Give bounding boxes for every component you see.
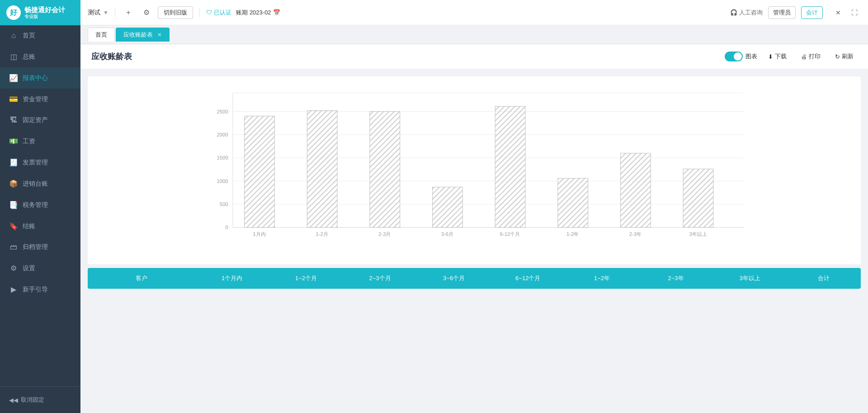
sidebar-item-label: 首页 — [23, 32, 35, 40]
topbar-right: 🎧 人工咨询 管理员 会计 ✕ ⛶ — [730, 6, 861, 19]
sidebar-item-wages[interactable]: 💵 工资 — [0, 131, 80, 152]
svg-text:1500: 1500 — [217, 155, 228, 160]
tab-home[interactable]: 首页 — [88, 28, 115, 42]
main-area: 测试 ▼ + ⚙ 切到旧版 🛡 已认证 账期 2023-02 📅 🎧 人工咨询 … — [80, 0, 868, 413]
page-header: 应收账龄表 图表 ⬇ 下载 🖨 打印 ↻ 刷新 — [80, 44, 868, 69]
th-3-6month: 3~6个月 — [417, 268, 491, 289]
sidebar-item-archive[interactable]: 🗃 归档管理 — [0, 237, 80, 258]
svg-text:3年以上: 3年以上 — [689, 231, 707, 237]
table-header: 客户 1个月内 1~2个月 2~3个月 3~6个月 6~12个月 1~2年 2~… — [88, 268, 861, 289]
tab-close-icon[interactable]: ✕ — [157, 32, 162, 38]
window-controls: ✕ ⛶ — [832, 6, 861, 19]
bar-4 — [433, 187, 463, 227]
svg-text:1-2年: 1-2年 — [566, 231, 579, 237]
content-area: 应收账龄表 图表 ⬇ 下载 🖨 打印 ↻ 刷新 — [80, 44, 868, 413]
project-selector[interactable]: 测试 ▼ — [88, 9, 108, 17]
close-window-button[interactable]: ✕ — [832, 6, 844, 19]
sidebar-item-label: 进销台账 — [23, 180, 48, 188]
page-actions: 图表 ⬇ 下载 🖨 打印 ↻ 刷新 — [725, 51, 857, 62]
print-icon: 🖨 — [801, 53, 807, 60]
sidebar-item-stock[interactable]: 📦 进销台账 — [0, 173, 80, 194]
bar-8 — [683, 169, 713, 227]
sidebar-item-label: 归档管理 — [23, 243, 48, 251]
dropdown-icon: ▼ — [103, 9, 108, 16]
assets-icon: 🏗 — [9, 116, 18, 124]
sidebar-item-label: 结账 — [23, 222, 35, 230]
wages-icon: 💵 — [9, 137, 18, 145]
archive-icon: 🗃 — [9, 243, 18, 251]
add-button[interactable]: + — [122, 6, 135, 19]
plus-icon: + — [126, 9, 130, 17]
chart-toggle-switch[interactable] — [725, 52, 743, 61]
th-1month: 1个月内 — [195, 268, 269, 289]
topbar: 测试 ▼ + ⚙ 切到旧版 🛡 已认证 账期 2023-02 📅 🎧 人工咨询 … — [80, 0, 868, 25]
app-name: 畅捷通好会计 — [24, 6, 65, 14]
svg-text:500: 500 — [220, 202, 228, 207]
shield-icon: 🛡 — [206, 9, 212, 16]
sidebar-item-guide[interactable]: ▶ 新手引导 — [0, 279, 80, 300]
sidebar-item-reports[interactable]: 📈 报表中心 — [0, 67, 80, 89]
bar-1 — [245, 116, 275, 227]
svg-text:2-3月: 2-3月 — [378, 231, 391, 237]
sidebar-item-tax[interactable]: 📑 税务管理 — [0, 194, 80, 216]
bar-chart: 0 500 1000 1500 2000 2500 1月内 1-2月 2-3月 — [95, 84, 854, 255]
th-6-12month: 6~12个月 — [491, 268, 565, 289]
svg-text:3-6月: 3-6月 — [441, 231, 453, 237]
sidebar: 好 畅捷通好会计 专业版 ⌂ 首页 ◫ 总账 📈 报表中心 💳 资金管理 🏗 固… — [0, 0, 80, 413]
tab-aging-report[interactable]: 应收账龄表 ✕ — [116, 28, 170, 42]
calendar-icon[interactable]: 📅 — [273, 9, 280, 16]
download-button[interactable]: ⬇ 下载 — [764, 51, 790, 62]
th-1-2month: 1~2个月 — [269, 268, 343, 289]
switch-version-button[interactable]: 切到旧版 — [158, 6, 193, 19]
th-total: 合计 — [787, 268, 861, 289]
stock-icon: 📦 — [9, 179, 18, 188]
chart-toggle: 图表 — [725, 52, 757, 61]
bar-5 — [495, 106, 525, 227]
sidebar-item-close[interactable]: 🔖 结账 — [0, 216, 80, 237]
consult-label: 人工咨询 — [739, 9, 763, 17]
th-2-3year: 2~3年 — [639, 268, 713, 289]
cancel-fixed-btn[interactable]: ◀◀ 取消固定 — [0, 391, 80, 408]
svg-text:0: 0 — [225, 225, 228, 230]
sidebar-item-invoices[interactable]: 🧾 发票管理 — [0, 152, 80, 173]
role-button[interactable]: 会计 — [801, 6, 823, 19]
tab-aging-report-label: 应收账龄表 — [123, 31, 153, 39]
sidebar-item-funds[interactable]: 💳 资金管理 — [0, 89, 80, 110]
aging-table: 客户 1个月内 1~2个月 2~3个月 3~6个月 6~12个月 1~2年 2~… — [88, 268, 861, 289]
sidebar-item-assets[interactable]: 🏗 固定资产 — [0, 110, 80, 131]
print-button[interactable]: 🖨 打印 — [797, 51, 824, 62]
svg-text:2000: 2000 — [217, 132, 228, 137]
sidebar-nav: ⌂ 首页 ◫ 总账 📈 报表中心 💳 资金管理 🏗 固定资产 💵 工资 🧾 发票… — [0, 25, 80, 386]
funds-icon: 💳 — [9, 95, 18, 103]
sidebar-item-home[interactable]: ⌂ 首页 — [0, 25, 80, 46]
user-button[interactable]: 管理员 — [768, 6, 796, 19]
sidebar-item-label: 总账 — [23, 53, 35, 61]
sidebar-item-settings[interactable]: ⚙ 设置 — [0, 258, 80, 279]
print-label: 打印 — [809, 52, 821, 61]
settings-button[interactable]: ⚙ — [140, 6, 153, 19]
sidebar-footer: ◀◀ 取消固定 — [0, 386, 80, 413]
tax-icon: 📑 — [9, 201, 18, 209]
th-1-2year: 1~2年 — [565, 268, 639, 289]
cancel-fixed-label: 取消固定 — [21, 396, 44, 404]
svg-text:2500: 2500 — [217, 109, 228, 114]
ledger-icon: ◫ — [9, 52, 18, 61]
refresh-button[interactable]: ↻ 刷新 — [831, 51, 857, 62]
period-label: 账期 — [236, 9, 248, 17]
sidebar-item-label: 新手引导 — [23, 286, 48, 294]
svg-text:2-3年: 2-3年 — [629, 231, 642, 237]
th-2-3month: 2~3个月 — [343, 268, 417, 289]
app-subtitle: 专业版 — [24, 14, 65, 19]
headset-icon: 🎧 — [730, 9, 737, 16]
logo-icon: 好 — [6, 5, 21, 20]
tabbar: 首页 应收账龄表 ✕ — [80, 25, 868, 44]
accounting-period: 账期 2023-02 📅 — [236, 9, 280, 17]
svg-text:1月内: 1月内 — [253, 231, 265, 237]
invoices-icon: 🧾 — [9, 158, 18, 167]
sidebar-item-ledger[interactable]: ◫ 总账 — [0, 46, 80, 67]
consult-button[interactable]: 🎧 人工咨询 — [730, 9, 763, 17]
maximize-window-button[interactable]: ⛶ — [848, 6, 861, 19]
sidebar-item-label: 税务管理 — [23, 201, 48, 209]
topbar-divider-1 — [115, 8, 115, 17]
bar-7 — [621, 153, 651, 227]
